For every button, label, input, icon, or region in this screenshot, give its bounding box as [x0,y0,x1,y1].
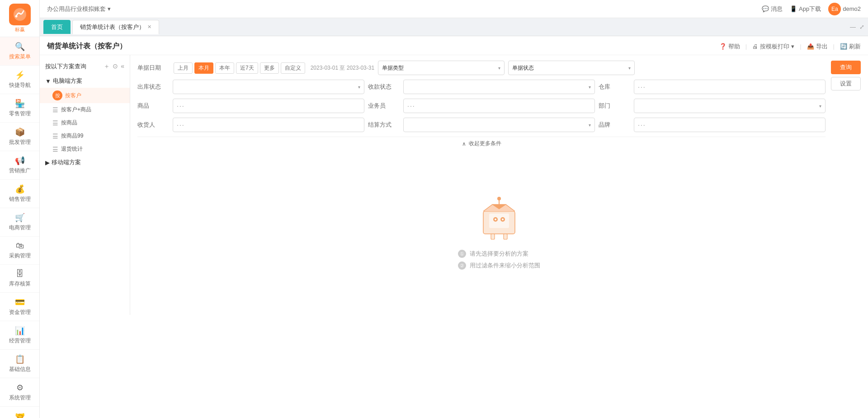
date-btn-this-month[interactable]: 本月 [194,62,213,74]
collapse-btn[interactable]: ∧ 收起更多条件 [137,137,826,150]
sidebar-item-ecommerce[interactable]: 🛒 电商管理 [0,208,39,237]
svg-rect-3 [489,214,509,228]
wholesale-icon: 📦 [15,127,25,137]
date-btn-more[interactable]: 更多 [260,62,279,74]
date-btn-last-month[interactable]: 上月 [174,62,193,74]
search-icon: 🔍 [15,42,25,52]
pay-status-input[interactable]: ▾ [403,80,595,94]
payment-input[interactable]: ▾ [403,118,595,132]
help-btn[interactable]: ❓ 帮助 [719,43,740,51]
order-type-select[interactable]: 单据类型 ▾ [378,61,505,75]
sidebar-item-wholesale[interactable]: 📦 批发管理 [0,123,39,151]
filters-main: 单据日期 上月 本月 本年 近7天 更多 自定义 2023-03-01 至 20… [137,61,826,150]
settings-scheme-btn[interactable]: ⊙ [113,62,118,71]
tab-sales-stat[interactable]: 销货单统计表（按客户） ✕ [72,20,159,34]
order-type-chevron: ▾ [498,66,500,71]
export-btn[interactable]: 📤 导出 [807,43,828,51]
scheme-group-desktop-title[interactable]: ▼ 电脑端方案 [40,74,130,88]
template-print-label: 按模板打印 [760,43,789,51]
sidebar-item-sales[interactable]: 💰 销售管理 [0,180,39,208]
order-status-select[interactable]: 单据状态 ▾ [508,61,635,75]
tab-sales-stat-label: 销货单统计表（按客户） [80,23,145,31]
industry-dropdown[interactable]: 办公用品行业模拟账套 ▾ [47,5,111,13]
sidebar-item-basic[interactable]: 📋 基础信息 [0,350,39,378]
sidebar-item-finance[interactable]: 💳 资金管理 [0,293,39,321]
empty-tips: ① 请先选择要分析的方案 ② 用过滤条件来缩小分析范围 [458,250,540,273]
add-scheme-btn[interactable]: ＋ [104,62,110,71]
user-info[interactable]: Ea demo2 [828,3,861,15]
warehouse-label: 仓库 [599,83,630,91]
refresh-btn[interactable]: 🔄 刷新 [840,43,861,51]
left-panel-header-icons: ＋ ⊙ « [104,62,124,71]
scheme-item-customer-goods-label: 按客户+商品 [61,106,91,114]
scheme-icon-by-goods99: ☰ [52,133,58,140]
out-status-input[interactable]: ▾ [173,80,364,94]
sidebar-item-marketing-label: 营销推广 [9,167,31,175]
right-panel: 单据日期 上月 本月 本年 近7天 更多 自定义 2023-03-01 至 20… [130,55,868,315]
template-print-btn[interactable]: 🖨 按模板打印 ▾ [752,43,794,51]
app-download-label: App下载 [799,5,821,13]
finance-icon: 💳 [15,297,25,307]
staff-input[interactable]: ··· [403,99,595,113]
sales-icon: 💰 [15,184,25,194]
warehouse-input[interactable]: ··· [634,80,826,94]
svg-rect-10 [491,234,495,239]
filter-and-btn: 单据日期 上月 本月 本年 近7天 更多 自定义 2023-03-01 至 20… [137,61,861,150]
date-btn-custom[interactable]: 自定义 [281,62,305,74]
sidebar-item-marketing[interactable]: 📢 营销推广 [0,151,39,180]
sidebar-item-search[interactable]: 🔍 搜索菜单 [0,37,39,66]
sidebar-item-system[interactable]: ⚙ 系统管理 [0,378,39,407]
filter-row-2: 出库状态 ▾ 收款状态 [137,80,826,94]
goods-input[interactable]: ··· [173,99,364,113]
brand-input[interactable]: ··· [634,118,826,132]
tip1-num: ① [458,250,466,258]
tab-home[interactable]: 首页 [43,20,71,34]
scheme-item-customer-goods[interactable]: ☰ 按客户+商品 [40,103,130,116]
sidebar-item-retail[interactable]: 🏪 零售管理 [0,94,39,123]
app-download-btn[interactable]: 📱 App下载 [790,5,821,13]
payment-label: 结算方式 [368,121,400,129]
receiver-input[interactable]: ··· [173,118,364,132]
date-btn-7days[interactable]: 近7天 [236,62,258,74]
filter-row-3: 商品 ··· 业务员 ··· [137,99,826,113]
filter-dept: 部门 ▾ [599,99,826,113]
tab-bar-maximize[interactable]: ⤢ [859,24,864,30]
message-icon: 💬 [762,5,769,12]
scheme-item-by-goods99[interactable]: ☰ 按商品99 [40,129,130,142]
sidebar-item-operation[interactable]: 📊 经营管理 [0,321,39,350]
collapse-panel-btn[interactable]: « [121,62,124,71]
tab-bar: 首页 销货单统计表（按客户） ✕ — ⤢ [40,18,868,36]
date-btn-this-year[interactable]: 本年 [215,62,234,74]
tab-bar-minimize[interactable]: — [850,24,856,30]
filter-staff: 业务员 ··· [368,99,595,113]
query-button[interactable]: 查询 [831,61,861,74]
export-icon: 📤 [807,43,814,50]
scheme-item-by-customer-label: 按客户 [65,92,81,100]
message-btn[interactable]: 💬 消息 [762,5,783,13]
dept-input[interactable]: ▾ [634,99,826,113]
sidebar-item-enterprise[interactable]: 🤝 企业协同 [0,407,39,418]
sidebar-item-inventory[interactable]: 🗄 库存核算 [0,265,39,293]
tab-close-icon[interactable]: ✕ [147,24,151,30]
header-left: 办公用品行业模拟账套 ▾ [47,5,111,13]
scheme-group-mobile-title[interactable]: ▶ 移动端方案 [40,156,130,169]
scheme-item-return-stat[interactable]: ☰ 退货统计 [40,142,130,156]
title-actions: ❓ 帮助 | 🖨 按模板打印 ▾ | 📤 导出 | [719,43,861,51]
basic-icon: 📋 [15,354,25,364]
sidebar-item-purchase[interactable]: 🛍 采购管理 [0,237,39,265]
scheme-item-by-customer[interactable]: 按 按客户 [40,88,130,103]
scheme-item-by-goods[interactable]: ☰ 按商品 [40,116,130,129]
settings-button[interactable]: 设置 [831,77,861,90]
receiver-dots: ··· [177,121,185,128]
scheme-group-desktop-label: 电脑端方案 [53,77,82,85]
filter-out-status: 出库状态 ▾ [137,80,364,94]
scheme-item-return-stat-label: 退货统计 [61,145,83,153]
scheme-group-expand-icon: ▼ [45,78,51,85]
export-label: 导出 [816,43,828,51]
help-icon: ❓ [719,43,726,50]
filter-goods: 商品 ··· [137,99,364,113]
main-area: 办公用品行业模拟账套 ▾ 💬 消息 📱 App下载 Ea demo2 首页 [40,0,868,418]
sidebar-item-quicknav[interactable]: ⚡ 快捷导航 [0,66,39,94]
scheme-group-mobile-expand-icon: ▶ [45,159,50,166]
inventory-icon: 🗄 [16,269,24,279]
